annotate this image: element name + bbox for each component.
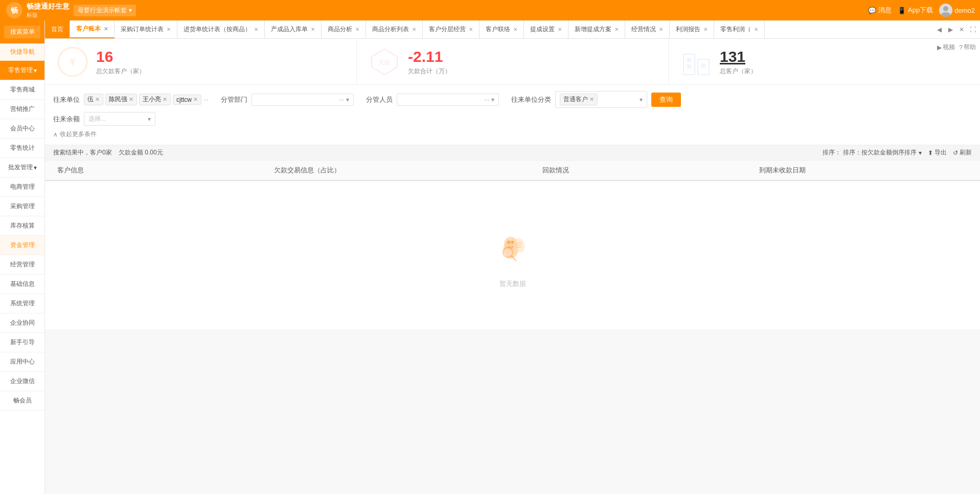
filter-tag-cjttcw[interactable]: cjttcw ✕	[173, 95, 201, 105]
sidebar-item-system[interactable]: 系统管理	[0, 294, 44, 313]
tab-close-purchase-order[interactable]: ✕	[167, 27, 171, 32]
sort-select[interactable]: 排序： 排序：按欠款金额倒序排序 ▾	[823, 148, 922, 157]
remove-tag-chen[interactable]: ✕	[129, 96, 133, 103]
stat-value-debt: -2.11	[408, 48, 451, 65]
more-tags[interactable]: ···	[203, 96, 209, 103]
sidebar-item-newbie-guide[interactable]: 新手引导	[0, 333, 44, 352]
message-btn[interactable]: 💬 消息	[868, 6, 892, 15]
tab-customer-contact[interactable]: 客户联络 ✕	[480, 20, 524, 38]
refresh-button[interactable]: ↺ 刷新	[953, 148, 972, 157]
sidebar-item-enterprise-collab[interactable]: 企业协同	[0, 313, 44, 333]
tab-close-commission[interactable]: ✕	[558, 27, 562, 32]
tab-retail-profit[interactable]: 零售利润（ ✕	[714, 20, 765, 38]
stat-help-area: ▶ 视频 ? 帮助	[937, 43, 976, 52]
tab-product-analysis[interactable]: 商品分析 ✕	[322, 20, 366, 38]
dept-dropdown-icon: ▾	[346, 96, 349, 103]
tab-close-profit[interactable]: ✕	[703, 27, 708, 32]
tab-product-analysis-list[interactable]: 商品分析列表 ✕	[366, 20, 423, 38]
video-help-btn[interactable]: ▶ 视频	[937, 43, 955, 52]
unit-type-tag-normal[interactable]: 普通客户 ✕	[560, 94, 598, 105]
tab-close-product-analysis[interactable]: ✕	[355, 27, 359, 32]
tab-customer-tier[interactable]: 客户分层经营 ✕	[423, 20, 480, 38]
message-icon: 💬	[868, 7, 876, 14]
tab-close-product[interactable]: ✕	[311, 27, 315, 32]
logo-text: 畅捷通好生意	[27, 2, 70, 11]
user-menu[interactable]: demo2	[939, 4, 975, 17]
tab-close-customer-contact[interactable]: ✕	[513, 27, 517, 32]
tab-inbound-stats[interactable]: 进货单统计表（按商品） ✕	[177, 20, 265, 38]
tab-close-retail-profit[interactable]: ✕	[754, 27, 758, 32]
sidebar-item-chang-member[interactable]: 畅会员	[0, 391, 44, 411]
query-button[interactable]: 查询	[651, 93, 681, 107]
content-area: 首页 客户账本 ✕ 采购订单统计表 ✕ 进货单统计表（按商品） ✕ 产成品入库单…	[45, 20, 980, 494]
export-button[interactable]: ⬆ 导出	[928, 148, 947, 157]
tab-close-product-analysis-list[interactable]: ✕	[412, 27, 416, 32]
remove-unit-type[interactable]: ✕	[589, 96, 594, 103]
tabs-prev-btn[interactable]: ◀	[934, 25, 944, 35]
badge-icon: 欠款	[369, 47, 400, 77]
tab-close-customer-tier[interactable]: ✕	[469, 27, 473, 32]
refresh-icon: ↺	[953, 149, 958, 156]
top-bar-right: 💬 消息 📱 App下载 demo2	[868, 4, 975, 17]
top-bar: 畅 畅捷通好生意 标版 母婴行业演示帐套 ▾ 💬 消息 📱 App下载	[0, 0, 980, 20]
tab-new-commission[interactable]: 新增提成方案 ✕	[568, 20, 625, 38]
tab-close-customer-ledger[interactable]: ✕	[104, 26, 108, 32]
stat-card-total: 131 总客户（家） ▶ 视频 ? 帮助	[669, 39, 980, 84]
sidebar-item-app-center[interactable]: 应用中心	[0, 352, 44, 372]
unit-filter-tags: 伍 ✕ 陈民强 ✕ 王小亮 ✕	[84, 94, 209, 105]
sidebar-item-enterprise-wechat[interactable]: 企业微信	[0, 372, 44, 391]
tab-home[interactable]: 首页	[45, 20, 70, 38]
sidebar-item-basic-info[interactable]: 基础信息	[0, 275, 44, 294]
person-dropdown-icon: ▾	[491, 96, 494, 103]
sidebar-item-retail-management[interactable]: 零售管理 ▾	[0, 61, 44, 80]
tab-purchase-order-stats[interactable]: 采购订单统计表 ✕	[115, 20, 177, 38]
sidebar-item-retail-mall[interactable]: 零售商城	[0, 80, 44, 100]
person-more-icon: ···	[484, 96, 489, 103]
tab-profit-report[interactable]: 利润报告 ✕	[670, 20, 714, 38]
tab-close-inbound[interactable]: ✕	[254, 27, 258, 32]
dept-select[interactable]: ··· ▾	[252, 94, 354, 106]
sidebar-item-purchase[interactable]: 采购管理	[0, 197, 44, 216]
svg-text:欠款: 欠款	[378, 59, 391, 66]
sidebar-item-ecommerce[interactable]: 电商管理	[0, 177, 44, 197]
empty-text: 暂无数据	[499, 279, 526, 288]
filter-tag-wu[interactable]: 伍 ✕	[84, 94, 103, 105]
sidebar-item-operations[interactable]: 经营管理	[0, 255, 44, 275]
remove-tag-cjttcw[interactable]: ✕	[193, 96, 198, 103]
sidebar-item-wholesale[interactable]: 批发管理 ▾	[0, 158, 44, 177]
stat-card-debt: 欠款 -2.11 欠款合计（万）	[357, 39, 669, 84]
tab-business-status[interactable]: 经营情况 ✕	[625, 20, 670, 38]
remove-tag-wu[interactable]: ✕	[95, 96, 100, 103]
balance-select[interactable]: 选择... ▾	[84, 112, 155, 126]
sidebar-item-member-center[interactable]: 会员中心	[0, 119, 44, 139]
svg-text:¥: ¥	[70, 57, 75, 67]
sidebar-item-finance[interactable]: 资金管理	[0, 236, 44, 255]
app-download-btn[interactable]: 📱 App下载	[898, 6, 933, 15]
search-menu-button[interactable]: 搜索菜单	[4, 26, 40, 38]
sidebar-item-marketing[interactable]: 营销推广	[0, 100, 44, 119]
tabs-close-all-btn[interactable]: ✕	[956, 25, 967, 35]
tab-product-inbound[interactable]: 产成品入库单 ✕	[265, 20, 322, 38]
tabs-maximize-btn[interactable]: ⛶	[968, 25, 978, 35]
tab-close-business[interactable]: ✕	[659, 27, 663, 32]
help-btn[interactable]: ? 帮助	[959, 43, 976, 52]
sidebar-item-retail-stats[interactable]: 零售统计	[0, 139, 44, 158]
stats-row: ¥ 16 总欠款客户（家） 欠款	[45, 39, 980, 85]
building-icon	[681, 47, 712, 77]
quick-nav-button[interactable]: 快捷导航	[0, 43, 44, 61]
tabs-next-btn[interactable]: ▶	[945, 25, 955, 35]
remove-tag-wang[interactable]: ✕	[163, 96, 167, 103]
filter-tag-wang[interactable]: 王小亮 ✕	[139, 94, 171, 105]
tab-commission-settings[interactable]: 提成设置 ✕	[524, 20, 568, 38]
sidebar-item-inventory[interactable]: 库存核算	[0, 216, 44, 236]
tab-close-new-commission[interactable]: ✕	[614, 27, 619, 32]
workspace-selector[interactable]: 母婴行业演示帐套 ▾	[74, 5, 136, 16]
unit-type-select[interactable]: 普通客户 ✕ ▾	[555, 91, 647, 108]
results-bar-right: 排序： 排序：按欠款金额倒序排序 ▾ ⬆ 导出 ↺ 刷新	[823, 148, 972, 157]
tab-customer-ledger[interactable]: 客户账本 ✕	[70, 20, 115, 38]
help-icon: ?	[959, 44, 963, 51]
filter-tag-chen[interactable]: 陈民强 ✕	[105, 94, 137, 105]
person-select[interactable]: ··· ▾	[397, 94, 499, 106]
sidebar: 搜索菜单 快捷导航 零售管理 ▾ 零售商城 营销推广 会员中心 零售统计 批发管…	[0, 20, 45, 494]
collapse-button[interactable]: ∧ 收起更多条件	[53, 130, 972, 139]
